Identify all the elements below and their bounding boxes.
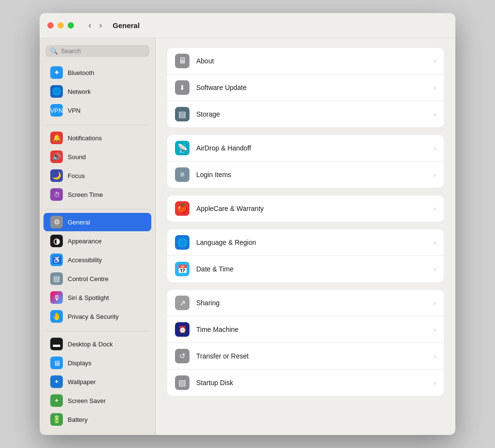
notifications-icon: 🔔 <box>50 132 63 144</box>
settings-row-time-machine[interactable]: ⏰ Time Machine › <box>167 316 444 343</box>
chevron-icon: › <box>434 239 436 246</box>
settings-row-startup-disk[interactable]: ▤ Startup Disk › <box>167 370 444 396</box>
bluetooth-icon: ✦ <box>50 66 63 79</box>
sidebar-item-network[interactable]: 🌐 Network <box>44 82 151 101</box>
sidebar-group-display: ▬ Desktop & Dock 🖥 Displays ✦ Wallpaper … <box>40 334 155 429</box>
row-label: Time Machine <box>196 326 427 333</box>
row-label: Sharing <box>196 299 427 307</box>
row-label: Storage <box>196 110 427 118</box>
settings-group-locale: 🌐 Language & Region › 📅 Date & Time › <box>167 229 444 282</box>
sidebar-item-label: Control Centre <box>68 275 109 283</box>
sidebar-item-screen-time[interactable]: ⏱ Screen Time <box>44 185 151 204</box>
sidebar-item-label: Screen Saver <box>68 397 106 404</box>
sidebar-item-displays[interactable]: 🖥 Displays <box>44 354 151 372</box>
forward-button[interactable]: › <box>96 19 105 31</box>
chevron-icon: › <box>434 171 436 179</box>
sidebar-item-battery[interactable]: 🔋 Battery <box>44 410 151 429</box>
sidebar-item-general[interactable]: ⚙ General <box>44 213 151 231</box>
sidebar-item-accessibility[interactable]: ♿ Accessibility <box>44 251 151 269</box>
focus-icon: 🌙 <box>50 169 63 182</box>
wallpaper-icon: ✦ <box>50 375 63 388</box>
sidebar-item-label: Displays <box>68 359 91 367</box>
sidebar: 🔍 ✦ Bluetooth 🌐 Network VPN VPN <box>40 38 156 435</box>
date-time-icon: 📅 <box>175 262 189 276</box>
row-label: Language & Region <box>196 239 427 246</box>
sidebar-item-appearance[interactable]: ◑ Appearance <box>44 232 151 250</box>
settings-row-date-time[interactable]: 📅 Date & Time › <box>167 256 444 282</box>
nav-buttons: ‹ › <box>86 19 105 31</box>
sidebar-item-label: VPN <box>68 107 81 114</box>
row-label: AppleCare & Warranty <box>196 205 427 212</box>
sharing-icon: ↗ <box>175 296 189 310</box>
close-button[interactable] <box>47 22 54 29</box>
settings-group-applecare: 🍎 AppleCare & Warranty › <box>167 195 444 222</box>
sidebar-item-label: Focus <box>68 172 85 179</box>
screen-time-icon: ⏱ <box>50 188 63 201</box>
login-items-icon: ≡ <box>175 167 189 182</box>
sidebar-item-desktop-dock[interactable]: ▬ Desktop & Dock <box>44 335 151 353</box>
minimize-button[interactable] <box>58 22 64 29</box>
settings-row-sharing[interactable]: ↗ Sharing › <box>167 290 444 316</box>
back-button[interactable]: ‹ <box>86 19 94 31</box>
siri-icon: 🎙 <box>50 291 63 304</box>
sidebar-item-label: General <box>68 219 90 226</box>
settings-row-transfer-reset[interactable]: ↺ Transfer or Reset › <box>167 343 444 370</box>
chevron-icon: › <box>434 299 436 307</box>
row-label: Startup Disk <box>196 379 427 387</box>
desktop-dock-icon: ▬ <box>50 338 63 350</box>
network-icon: 🌐 <box>50 85 63 98</box>
chevron-icon: › <box>434 205 436 212</box>
startup-disk-icon: ▤ <box>175 375 189 390</box>
screen-saver-icon: ✦ <box>50 394 63 407</box>
settings-row-login-items[interactable]: ≡ Login Items › <box>167 162 444 188</box>
window-title: General <box>113 21 140 30</box>
sidebar-item-control-centre[interactable]: ▤ Control Centre <box>44 269 151 288</box>
chevron-icon: › <box>434 326 436 333</box>
settings-group-airdrop: 📡 AirDrop & Handoff › <box>167 135 444 188</box>
settings-row-applecare[interactable]: 🍎 AppleCare & Warranty › <box>167 195 444 222</box>
settings-row-airdrop-handoff[interactable]: 📡 AirDrop & Handoff › <box>167 135 444 162</box>
sidebar-item-label: Appearance <box>68 238 102 245</box>
settings-row-about[interactable]: 🖥 About › <box>167 48 444 75</box>
storage-icon: ▤ <box>175 107 189 121</box>
search-input[interactable] <box>61 47 145 55</box>
time-machine-icon: ⏰ <box>175 322 189 337</box>
transfer-reset-icon: ↺ <box>175 349 189 363</box>
settings-row-storage[interactable]: ▤ Storage › <box>167 101 444 127</box>
sidebar-item-label: Siri & Spotlight <box>68 294 109 301</box>
maximize-button[interactable] <box>68 22 74 29</box>
system-preferences-window: ‹ › General 🔍 ✦ Bluetooth 🌐 Network <box>40 13 455 435</box>
row-label: Transfer or Reset <box>196 352 427 360</box>
settings-group-advanced: ↗ Sharing › ⏰ Time Machine › ↺ Transfer … <box>167 290 444 396</box>
content-area: 🔍 ✦ Bluetooth 🌐 Network VPN VPN <box>40 38 455 435</box>
sidebar-group-connectivity: ✦ Bluetooth 🌐 Network VPN VPN <box>40 63 155 120</box>
sidebar-item-screen-saver[interactable]: ✦ Screen Saver <box>44 391 151 410</box>
chevron-icon: › <box>434 110 436 118</box>
sidebar-item-privacy-security[interactable]: 🤚 Privacy & Security <box>44 307 151 326</box>
sidebar-item-label: Battery <box>68 416 87 423</box>
sidebar-item-focus[interactable]: 🌙 Focus <box>44 166 151 185</box>
privacy-icon: 🤚 <box>50 310 63 323</box>
sidebar-item-sound[interactable]: 🔊 Sound <box>44 148 151 166</box>
sidebar-item-wallpaper[interactable]: ✦ Wallpaper <box>44 373 151 391</box>
applecare-icon: 🍎 <box>175 201 189 216</box>
sidebar-item-vpn[interactable]: VPN VPN <box>44 101 151 119</box>
sidebar-item-label: Privacy & Security <box>68 313 118 320</box>
vpn-icon: VPN <box>50 104 63 117</box>
search-bar[interactable]: 🔍 <box>45 45 149 57</box>
sidebar-item-label: Notifications <box>68 134 102 142</box>
row-label: Date & Time <box>196 265 427 273</box>
sidebar-item-bluetooth[interactable]: ✦ Bluetooth <box>44 63 151 82</box>
sidebar-group-system: ⚙ General ◑ Appearance ♿ Accessibility ▤… <box>40 212 155 326</box>
accessibility-icon: ♿ <box>50 254 63 266</box>
sidebar-item-notifications[interactable]: 🔔 Notifications <box>44 129 151 147</box>
language-region-icon: 🌐 <box>175 235 189 250</box>
row-label: About <box>196 57 427 65</box>
chevron-icon: › <box>434 265 436 273</box>
chevron-icon: › <box>434 84 436 91</box>
settings-row-language-region[interactable]: 🌐 Language & Region › <box>167 229 444 256</box>
settings-row-software-update[interactable]: ⬇ Software Update › <box>167 75 444 101</box>
about-icon: 🖥 <box>175 54 189 68</box>
battery-icon: 🔋 <box>50 413 63 426</box>
sidebar-item-siri-spotlight[interactable]: 🎙 Siri & Spotlight <box>44 288 151 307</box>
